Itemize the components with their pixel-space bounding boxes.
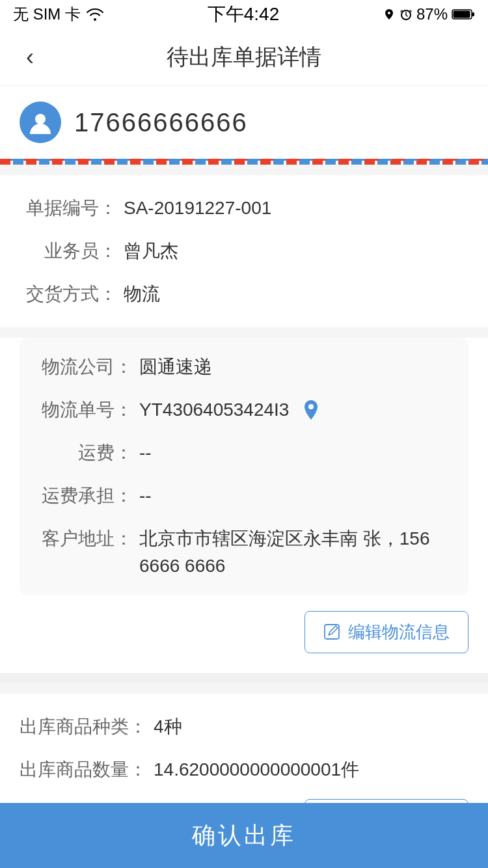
confirm-outbound-button[interactable]: 确认出库 [0, 803, 488, 868]
svg-point-6 [308, 404, 314, 409]
confirm-outbound-label: 确认出库 [192, 820, 296, 852]
status-bar: 无 SIM 卡 下午4:42 87% [0, 0, 488, 29]
page-title: 待出库单据详情 [167, 42, 321, 72]
order-no-label: 单据编号： [20, 195, 124, 222]
logistics-card: 物流公司： 圆通速递 物流单号： YT43064053424I3 运费： -- … [20, 338, 468, 595]
order-no-row: 单据编号： SA-20191227-001 [20, 195, 468, 222]
customer-phone: 17666666666 [74, 108, 248, 137]
logistics-tracking-label: 物流单号： [35, 396, 139, 424]
logistics-section: 物流公司： 圆通速递 物流单号： YT43064053424I3 运费： -- … [0, 338, 488, 673]
salesman-value: 曾凡杰 [124, 237, 468, 265]
tracking-row: YT43064053424I3 [139, 396, 323, 424]
outbound-quantity-row: 出库商品数量： 14.6200000000000001件 [20, 756, 468, 783]
customer-avatar [20, 102, 61, 143]
freight-value: -- [139, 439, 453, 467]
salesman-row: 业务员： 曾凡杰 [20, 237, 468, 265]
logistics-company-label: 物流公司： [35, 353, 139, 381]
edit-logistics-label: 编辑物流信息 [348, 621, 450, 644]
outbound-quantity-value: 14.6200000000000001件 [154, 756, 468, 783]
map-pin-icon[interactable] [299, 398, 323, 422]
freight-label: 运费： [35, 439, 139, 467]
location-active-icon [383, 8, 396, 21]
back-button[interactable]: ‹ [20, 37, 40, 77]
wifi-icon [86, 8, 104, 21]
order-info-section: 单据编号： SA-20191227-001 业务员： 曾凡杰 交货方式： 物流 [0, 175, 488, 327]
address-value: 北京市市辖区海淀区永丰南 张，156 6666 6666 [139, 525, 453, 580]
delivery-value: 物流 [124, 280, 468, 308]
logistics-tracking-row: 物流单号： YT43064053424I3 [35, 396, 453, 424]
carrier-text: 无 SIM 卡 [13, 4, 81, 25]
status-left: 无 SIM 卡 [13, 4, 104, 25]
freight-bear-row: 运费承担： -- [35, 482, 453, 509]
delivery-label: 交货方式： [20, 280, 124, 308]
tracking-no-value: YT43064053424I3 [139, 396, 289, 424]
logistics-company-value: 圆通速递 [139, 353, 453, 381]
status-right: 87% [383, 5, 475, 23]
battery-text: 87% [416, 5, 448, 23]
svg-point-5 [35, 114, 46, 124]
address-label: 客户地址： [35, 525, 139, 552]
outbound-types-value: 4种 [154, 713, 468, 740]
address-row: 客户地址： 北京市市辖区海淀区永丰南 张，156 6666 6666 [35, 525, 453, 580]
section-divider [0, 673, 488, 683]
edit-logistics-button-wrap: 编辑物流信息 [20, 611, 468, 653]
salesman-label: 业务员： [20, 237, 124, 265]
outbound-types-label: 出库商品种类： [20, 713, 154, 740]
customer-header: 17666666666 [0, 86, 488, 161]
freight-bear-label: 运费承担： [35, 482, 139, 509]
logistics-company-row: 物流公司： 圆通速递 [35, 353, 453, 381]
alarm-icon [400, 8, 413, 21]
svg-rect-3 [472, 12, 474, 16]
outbound-quantity-label: 出库商品数量： [20, 756, 154, 783]
battery-icon [452, 8, 475, 20]
nav-bar: ‹ 待出库单据详情 [0, 29, 488, 86]
dashed-separator [0, 161, 488, 165]
edit-logistics-button[interactable]: 编辑物流信息 [305, 611, 468, 653]
svg-rect-4 [454, 11, 470, 18]
freight-bear-value: -- [139, 482, 453, 509]
order-no-value: SA-20191227-001 [124, 195, 468, 222]
status-time: 下午4:42 [208, 2, 280, 27]
freight-row: 运费： -- [35, 439, 453, 467]
svg-point-0 [388, 12, 390, 14]
delivery-row: 交货方式： 物流 [20, 280, 468, 308]
outbound-types-row: 出库商品种类： 4种 [20, 713, 468, 740]
edit-icon [323, 623, 342, 642]
